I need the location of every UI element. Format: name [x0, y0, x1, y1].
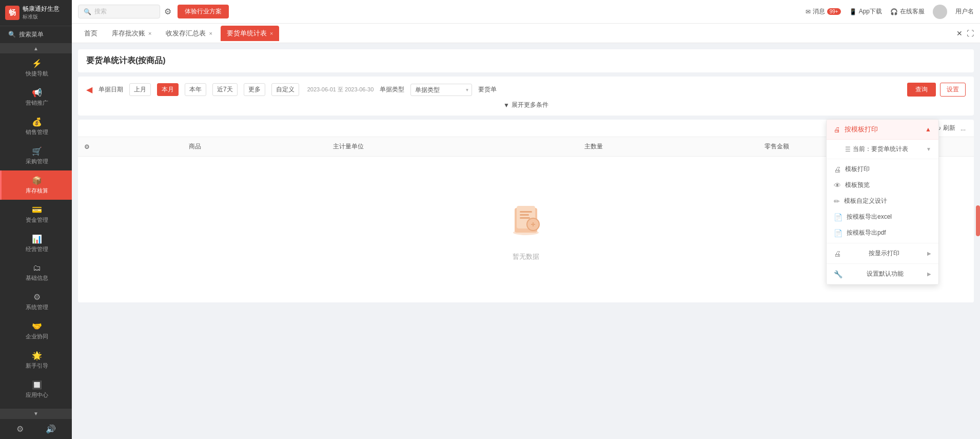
- dropdown-header[interactable]: 🖨 按模板打印 ▲: [827, 120, 938, 140]
- sidebar-item-finance[interactable]: 💳 资金管理: [0, 200, 72, 229]
- dropdown-display-print[interactable]: 🖨 按显示打印 ▶: [827, 245, 938, 261]
- setting-button[interactable]: 设置: [940, 83, 966, 97]
- sidebar-item-system[interactable]: ⚙ 系统管理: [0, 287, 72, 316]
- sidebar-label-quick-nav: 快捷导航: [26, 70, 48, 78]
- col-unit: 主计量单位: [327, 137, 579, 157]
- tab-order-stats[interactable]: 要货单统计表 ×: [221, 26, 279, 41]
- tab-inventory-batch-close[interactable]: ×: [148, 30, 151, 36]
- system-icon: ⚙: [33, 292, 41, 302]
- right-scrollbar[interactable]: [976, 205, 980, 236]
- dropdown-template-preview[interactable]: 👁 模板预览: [827, 177, 938, 193]
- query-button[interactable]: 查询: [907, 83, 936, 97]
- date-btn-prev-month[interactable]: 上月: [129, 83, 151, 96]
- doc-type-select-wrap: 单据类型: [410, 84, 472, 96]
- sidebar-item-sales[interactable]: 💰 销售管理: [0, 112, 72, 141]
- dropdown-main-section: 🖨 模板打印 👁 模板预览 ✏ 模板自定义设计 📄 按模板导出excel 📄: [827, 159, 938, 243]
- dropdown-template-print[interactable]: 🖨 模板打印: [827, 161, 938, 177]
- page-title: 要货单统计表(按商品): [86, 55, 966, 66]
- tab-fullscreen-button[interactable]: ⛶: [967, 29, 974, 37]
- current-chevron-icon: ▼: [926, 146, 931, 152]
- operations-icon: 📊: [32, 234, 42, 244]
- filter-expand-row: ▼ 展开更多条件: [86, 101, 966, 109]
- dropdown-set-default[interactable]: 🔧 设置默认功能 ▶: [827, 266, 938, 282]
- sidebar-item-purchase[interactable]: 🛒 采购管理: [0, 141, 72, 170]
- more-actions-button[interactable]: ...: [961, 125, 966, 132]
- search-box[interactable]: 🔍 搜索: [78, 5, 160, 18]
- sidebar-item-guide[interactable]: 🌟 新手引导: [0, 346, 72, 375]
- tab-home-label: 首页: [84, 29, 97, 38]
- expand-more-conditions-button[interactable]: ▼ 展开更多条件: [503, 101, 548, 109]
- current-template-label: 当前：要货单统计表: [853, 145, 908, 154]
- main-area: 🔍 搜索 ⚙ 体验行业方案 ✉ 消息 99+ 📱 App下载 🎧 在线客服 用户…: [72, 0, 980, 439]
- sidebar-label-enterprise: 企业协同: [26, 333, 48, 340]
- sound-icon[interactable]: 🔊: [46, 424, 56, 434]
- template-custom-label: 模板自定义设计: [844, 197, 887, 205]
- sidebar-item-inventory[interactable]: 📦 库存核算: [0, 170, 72, 200]
- app-download-icon: 📱: [849, 8, 857, 15]
- sidebar-item-wechat[interactable]: 💬 企业微信: [0, 404, 72, 409]
- dropdown-export-excel[interactable]: 📄 按模板导出excel: [827, 209, 938, 225]
- topbar-gear-icon[interactable]: ⚙: [164, 7, 171, 16]
- avatar[interactable]: [933, 5, 947, 19]
- sidebar-label-guide: 新手引导: [26, 362, 48, 370]
- sidebar-scroll-down[interactable]: ▼: [0, 409, 72, 418]
- tab-close-all-button[interactable]: ✕: [956, 29, 963, 37]
- settings-icon[interactable]: ⚙: [16, 424, 24, 434]
- date-btn-more[interactable]: 更多: [244, 83, 265, 96]
- marketing-icon: 📢: [32, 88, 42, 98]
- doc-type-select[interactable]: 单据类型: [410, 84, 472, 96]
- dropdown-title: 按模板打印: [845, 125, 878, 134]
- base-icon: 🗂: [33, 263, 41, 273]
- date-range-display: 2023-06-01 至 2023-06-30: [307, 86, 374, 93]
- topbar-right: ✉ 消息 99+ 📱 App下载 🎧 在线客服 用户名: [806, 5, 974, 19]
- display-print-icon: 🖨: [834, 250, 841, 258]
- sidebar-scroll-up[interactable]: ▲: [0, 44, 72, 53]
- tab-inventory-batch-label: 库存批次账: [112, 29, 145, 38]
- trial-industry-button[interactable]: 体验行业方案: [178, 5, 229, 18]
- export-pdf-label: 按模板导出pdf: [847, 228, 886, 237]
- display-print-label: 按显示打印: [869, 249, 899, 258]
- export-pdf-icon: 📄: [834, 229, 842, 237]
- tab-home[interactable]: 首页: [78, 26, 104, 41]
- col-settings[interactable]: ⚙: [78, 137, 183, 157]
- date-btn-last-7-days[interactable]: 近7天: [212, 83, 238, 96]
- template-preview-icon: 👁: [834, 181, 841, 189]
- date-btn-current-year[interactable]: 本年: [185, 83, 206, 96]
- tabs-bar: 首页 库存批次账 × 收发存汇总表 × 要货单统计表 × ✕ ⛶: [72, 24, 980, 43]
- message-item[interactable]: ✉ 消息 99+: [806, 7, 841, 16]
- sidebar-search[interactable]: 🔍 搜索菜单: [0, 26, 72, 44]
- page-header: 要货单统计表(按商品): [78, 49, 974, 72]
- purchase-icon: 🛒: [32, 146, 42, 156]
- refresh-label: 刷新: [943, 124, 955, 132]
- date-btn-custom[interactable]: 自定义: [271, 83, 299, 96]
- sidebar-item-enterprise[interactable]: 🤝 企业协同: [0, 316, 72, 346]
- date-btn-current-month[interactable]: 本月: [157, 83, 179, 96]
- tab-collection-summary-label: 收发存汇总表: [166, 29, 206, 38]
- cargo-label: 要货单: [478, 85, 497, 94]
- online-service-item[interactable]: 🎧 在线客服: [890, 7, 925, 16]
- tab-order-stats-close[interactable]: ×: [270, 30, 273, 36]
- svg-rect-5: [520, 217, 530, 219]
- sidebar-item-app-center[interactable]: 🔲 应用中心: [0, 375, 72, 404]
- sidebar-logo: 畅 畅康通好生意 标准版: [0, 0, 72, 26]
- template-preview-label: 模板预览: [845, 181, 870, 189]
- filter-collapse-icon[interactable]: ◀: [86, 85, 92, 94]
- app-download-item[interactable]: 📱 App下载: [849, 7, 882, 16]
- app-name-wrap: 畅康通好生意 标准版: [23, 5, 60, 21]
- doc-type-label: 单据类型: [380, 85, 404, 94]
- dropdown-template-custom[interactable]: ✏ 模板自定义设计: [827, 193, 938, 209]
- sidebar: 畅 畅康通好生意 标准版 🔍 搜索菜单 ▲ ⚡ 快捷导航 📢 营销推广 💰 销售…: [0, 0, 72, 439]
- headset-icon: 🎧: [890, 8, 898, 15]
- tab-inventory-batch[interactable]: 库存批次账 ×: [106, 26, 158, 41]
- template-custom-icon: ✏: [834, 197, 840, 205]
- tab-collection-summary[interactable]: 收发存汇总表 ×: [160, 26, 218, 41]
- tab-collection-summary-close[interactable]: ×: [209, 30, 212, 36]
- sidebar-item-marketing[interactable]: 📢 营销推广: [0, 83, 72, 112]
- app-center-icon: 🔲: [32, 380, 42, 390]
- sidebar-item-base[interactable]: 🗂 基础信息: [0, 258, 72, 287]
- sidebar-item-operations[interactable]: 📊 经营管理: [0, 229, 72, 258]
- dropdown-current-item[interactable]: ☰ 当前：要货单统计表 ▼: [827, 142, 938, 157]
- sidebar-item-quick-nav[interactable]: ⚡ 快捷导航: [0, 53, 72, 83]
- search-box-icon: 🔍: [84, 8, 91, 15]
- dropdown-export-pdf[interactable]: 📄 按模板导出pdf: [827, 225, 938, 241]
